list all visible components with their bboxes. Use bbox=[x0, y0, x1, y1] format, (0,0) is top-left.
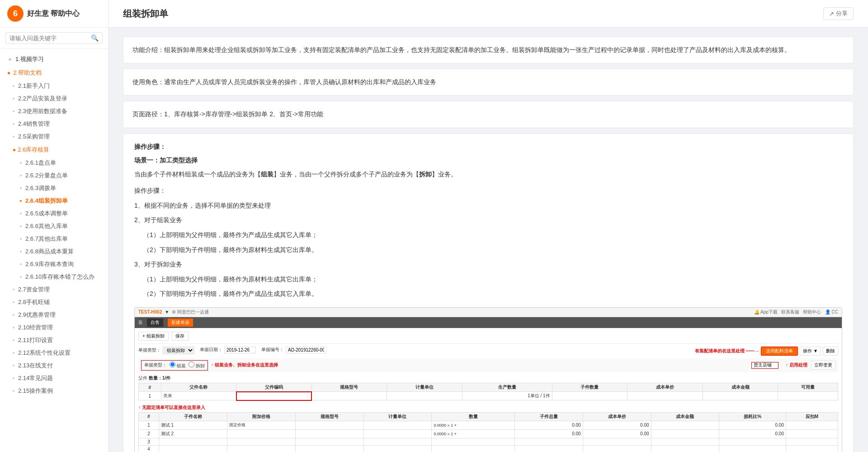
minus-icon-inventory: ● bbox=[13, 147, 16, 153]
sidebar-item-inbound[interactable]: 2.6.6其他入库单 bbox=[20, 220, 108, 233]
lower-col-cprice: 成本单价 bbox=[583, 412, 651, 421]
col-cost-total: 成本金额 bbox=[703, 383, 778, 392]
form-type-radio-assemble[interactable]: 组装 bbox=[170, 362, 186, 369]
lower-col-hash: # bbox=[139, 412, 159, 421]
sidebar-item-mobile[interactable]: 2.8手机旺铺 bbox=[13, 296, 108, 309]
sidebar-item-purchase[interactable]: 2.5采购管理 bbox=[13, 130, 108, 143]
path-text: 页面路径：1、库存核算->库存管理->组装拆卸单 2、首页->常用功能 bbox=[132, 110, 323, 118]
lower-col-total-qty: 子件总量 bbox=[514, 412, 583, 421]
step3: 3、对于拆卸业务 bbox=[134, 258, 842, 271]
form-date-input[interactable] bbox=[224, 347, 256, 353]
sidebar-item-stocktake[interactable]: 2.6.1盘点单 bbox=[20, 157, 108, 169]
form-order-type-label: 单据类型： bbox=[138, 347, 161, 353]
col-spec: 规格型号 bbox=[311, 383, 387, 392]
plus-icon: ＋ bbox=[7, 56, 13, 63]
lower-col-unit: 计量单位 bbox=[363, 412, 432, 421]
app-nav-tab-new[interactable]: 新建单据 bbox=[168, 319, 193, 327]
sidebar-item-payment[interactable]: 2.13在线支付 bbox=[13, 359, 108, 372]
lower-col-deduct: 应扣M bbox=[786, 412, 838, 421]
form-order-no-label: 单据编号： bbox=[261, 347, 284, 353]
col-hash: # bbox=[139, 383, 161, 392]
sidebar-item-stock-error[interactable]: 2.6.10库存账本错了怎么办 bbox=[20, 271, 108, 283]
app-user-icons: 🔔 App下载 联系客服 帮助中心 👤 CC bbox=[754, 309, 838, 315]
app-more-btn[interactable]: 操作 ▼ bbox=[800, 347, 821, 356]
app-save-btn[interactable]: 保存 bbox=[171, 332, 189, 341]
lower-col-ctotal: 成本金额 bbox=[651, 412, 719, 421]
intro-text: 功能介绍：组装拆卸单用来处理企业组装或拆卸等加工业务，支持有固定装配清单的产品加… bbox=[132, 46, 791, 53]
app-confirm-btn[interactable]: 立即变更 bbox=[811, 361, 835, 370]
steps-container: 操作步骤： 场景一：加工类型选择 当由多个子件材料组装成一个成品的业务为【组装】… bbox=[123, 133, 854, 452]
sidebar-item-video-learning[interactable]: ＋ 1.视频学习 bbox=[0, 52, 108, 66]
page-title: 组装拆卸单 bbox=[123, 8, 168, 20]
annotation-enable: ↑ 启用处理 bbox=[786, 362, 807, 368]
row1-cprice bbox=[627, 392, 703, 400]
search-icon[interactable]: 🔍 bbox=[91, 34, 99, 42]
logo-icon: 6 bbox=[7, 5, 24, 22]
form-shop-input[interactable] bbox=[751, 362, 778, 369]
form-type-label: 单据类型： bbox=[144, 362, 167, 368]
sidebar-item-print[interactable]: 2.11打印设置 bbox=[13, 334, 108, 347]
form-type-radio-disassemble[interactable]: 拆卸 bbox=[189, 362, 205, 369]
sidebar-item-outbound[interactable]: 2.6.7其他出库单 bbox=[20, 233, 108, 245]
row1-subqty bbox=[552, 392, 627, 400]
step2: 2、对于组装业务 bbox=[134, 214, 842, 226]
scenario1-title: 场景一：加工类型选择 bbox=[134, 157, 842, 165]
col-unit: 计量单位 bbox=[387, 383, 462, 392]
main-header: 组装拆卸单 ↗ 分享 bbox=[108, 0, 868, 28]
ops-steps-label: 操作步骤： bbox=[134, 185, 842, 197]
step2-2: （2）下部明细为子件明细，最终作为原材料生成其它出库单。 bbox=[143, 244, 842, 256]
main-content: 组装拆卸单 ↗ 分享 功能介绍：组装拆卸单用来处理企业组装或拆卸等加工业务，支持… bbox=[108, 0, 868, 452]
form-order-no-input[interactable] bbox=[286, 347, 326, 353]
col-qty: 生产数量 bbox=[462, 383, 552, 392]
row1-name: 关米 bbox=[161, 392, 236, 400]
sidebar-item-stock-ledger[interactable]: 2.6.9库存账本查询 bbox=[20, 258, 108, 271]
search-input[interactable] bbox=[9, 35, 91, 42]
app-nav-tab-self[interactable]: 自售 bbox=[147, 319, 163, 327]
row1-avail bbox=[778, 392, 838, 400]
sidebar-item-inventory[interactable]: ● 2.6库存核算 bbox=[13, 143, 108, 157]
row1-qty: 1单位 / 1件 bbox=[462, 392, 552, 400]
sidebar-item-partial-stocktake[interactable]: 2.6.2分量盘点单 bbox=[20, 169, 108, 182]
path-box: 页面路径：1、库存核算->库存管理->组装拆卸单 2、首页->常用功能 bbox=[123, 101, 854, 128]
sidebar-item-sales[interactable]: 2.4销售管理 bbox=[13, 118, 108, 130]
sidebar-item-coupon[interactable]: 2.9优惠券管理 bbox=[13, 309, 108, 321]
lower-row-4: 4 bbox=[139, 445, 838, 452]
lower-col-qty: 数量 bbox=[432, 412, 514, 421]
col-sub-qty: 子件数量 bbox=[552, 383, 627, 392]
sidebar-item-help-docs[interactable]: ● 2.帮助文档 bbox=[0, 66, 108, 80]
nav-list: ＋ 1.视频学习 ● 2.帮助文档 2.1新手入门 2.2产品安装及登录 2.3… bbox=[0, 49, 108, 452]
lower-col-name: 子件名称 bbox=[159, 412, 227, 421]
content-area: 功能介绍：组装拆卸单用来处理企业组装或拆卸等加工业务，支持有固定装配清单的产品加… bbox=[108, 28, 868, 452]
col-cost-price: 成本单价 bbox=[627, 383, 703, 392]
form-order-type-select[interactable]: 组装拆卸 bbox=[163, 347, 194, 354]
role-box: 使用角色：通常由生产人员或库管人员完成拆装业务的操作，库管人员确认原材料的出库和… bbox=[123, 69, 854, 95]
row1-unit bbox=[387, 392, 462, 400]
sidebar-item-settings[interactable]: 2.12系统个性化设置 bbox=[13, 347, 108, 359]
sidebar: 6 好生意 帮助中心 🔍 ＋ 1.视频学习 ● 2.帮助文档 2.1新手入门 2… bbox=[0, 0, 108, 452]
sidebar-item-assembly[interactable]: 2.6.4组装拆卸单 bbox=[20, 195, 108, 207]
sidebar-item-finance[interactable]: 2.7资金管理 bbox=[13, 283, 108, 296]
row1-code bbox=[236, 392, 312, 400]
sidebar-item-data-prep[interactable]: 2.3使用前数据准备 bbox=[13, 105, 108, 118]
sidebar-header: 6 好生意 帮助中心 bbox=[0, 0, 108, 28]
app-screenshot: TEST-H002 ▼ ⚙ 阿里巴巴一达通 🔔 App下载 联系客服 帮助中心 … bbox=[134, 307, 842, 452]
sidebar-item-ops[interactable]: 2.10经营管理 bbox=[13, 321, 108, 334]
sidebar-item-cost-adjust[interactable]: 2.6.5成本调整单 bbox=[20, 207, 108, 220]
lower-row-3: 3 bbox=[139, 438, 838, 445]
row1-spec bbox=[311, 392, 387, 400]
app-bom-btn[interactable]: 选用配料清单 bbox=[761, 347, 798, 356]
sidebar-item-install[interactable]: 2.2产品安装及登录 bbox=[13, 92, 108, 105]
sidebar-item-transfer[interactable]: 2.6.3调拨单 bbox=[20, 182, 108, 195]
lower-row-2: 2 测试 2 0.0000 = 1 + 0.00 0.00 0.00 bbox=[139, 429, 838, 438]
col-parent-name: 父件名称 bbox=[161, 383, 236, 392]
share-button[interactable]: ↗ 分享 bbox=[823, 7, 854, 20]
app-new-btn[interactable]: + 组装拆卸 bbox=[138, 332, 169, 341]
sidebar-item-cost-recalc[interactable]: 2.6.8商品成本重算 bbox=[20, 245, 108, 258]
sidebar-item-cases[interactable]: 2.15操作案例 bbox=[13, 385, 108, 397]
ops-title: 操作步骤： bbox=[134, 143, 842, 151]
lower-col-loss: 损耗比% bbox=[719, 412, 786, 421]
sidebar-item-faq[interactable]: 2.14常见问题 bbox=[13, 372, 108, 385]
app-del-btn[interactable]: 删除 bbox=[823, 347, 838, 356]
sidebar-item-newbie[interactable]: 2.1新手入门 bbox=[13, 80, 108, 92]
lower-col-spec: 规格型号 bbox=[295, 412, 363, 421]
